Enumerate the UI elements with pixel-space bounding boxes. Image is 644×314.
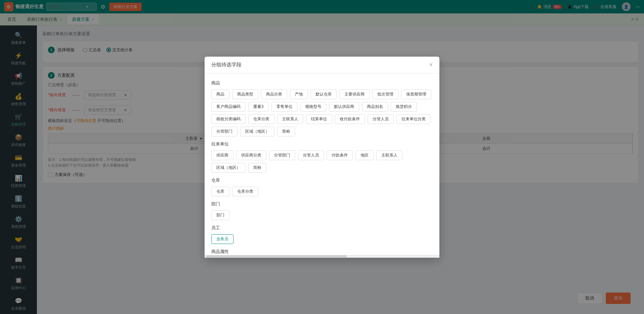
field-batch-mgmt[interactable]: 批次管理 xyxy=(372,89,398,99)
field-refine-points[interactable]: 炼货积分 xyxy=(391,102,417,112)
field-supervisor-dept[interactable]: 分管部门 xyxy=(211,127,237,136)
field-main-contact[interactable]: 主联系人 xyxy=(277,114,303,124)
field-customer-code[interactable]: 客户商品编码 xyxy=(211,102,246,112)
product-fields: 商品 商品类型 商品分类 产地 默认仓库 主要供应商 批次管理 保质期管理 客户… xyxy=(211,89,433,136)
field-selection-modal: 分组待选字段 × 商品 商品 商品类型 商品分类 产地 默认仓库 主要供应商 批… xyxy=(205,57,439,258)
field-product-category[interactable]: 商品分类 xyxy=(261,89,287,99)
employee-fields: 业务员 xyxy=(211,234,433,244)
section-title-dept: 部门 xyxy=(211,201,433,207)
modal-scroll-track[interactable] xyxy=(205,255,439,258)
field-dept-only[interactable]: 部门 xyxy=(211,210,229,220)
modal-title: 分组待选字段 xyxy=(211,62,241,68)
field-region[interactable]: 地区 xyxy=(356,150,374,160)
field-payment-cond[interactable]: 付款条件 xyxy=(327,150,353,160)
section-title-warehouse: 仓库 xyxy=(211,177,433,183)
field-settlement-unit[interactable]: 结算单位 xyxy=(306,114,332,124)
field-default-supplier[interactable]: 默认供应商 xyxy=(329,102,359,112)
field-supervisor[interactable]: 分管人员 xyxy=(368,114,394,124)
field-salesperson[interactable]: 业务员 xyxy=(211,234,233,244)
field-product-type[interactable]: 商品类型 xyxy=(232,89,258,99)
warehouse-fields: 仓库 仓库分类 xyxy=(211,187,433,196)
field-region-product[interactable]: 区域（地区） xyxy=(240,127,274,136)
field-weight3[interactable]: 重量3 xyxy=(248,102,269,112)
dept-fields: 部门 xyxy=(211,210,433,220)
modal-close-button[interactable]: × xyxy=(429,61,433,68)
field-main-contact-partner[interactable]: 主联系人 xyxy=(376,150,402,160)
field-short-name-partner[interactable]: 简称 xyxy=(248,163,266,173)
field-supplier-category[interactable]: 供应商分类 xyxy=(236,150,266,160)
partner-fields: 供应商 供应商分类 分管部门 分管人员 付款条件 地区 主联系人 区域（地区） … xyxy=(211,150,433,173)
field-region-partner[interactable]: 区域（地区） xyxy=(211,163,246,173)
modal-overlay[interactable]: 分组待选字段 × 商品 商品 商品类型 商品分类 产地 默认仓库 主要供应商 批… xyxy=(0,0,644,314)
field-product[interactable]: 商品 xyxy=(211,89,229,99)
modal-body: 商品 商品 商品类型 商品分类 产地 默认仓库 主要供应商 批次管理 保质期管理… xyxy=(205,73,439,255)
field-warehouse-category[interactable]: 仓库分类 xyxy=(248,114,274,124)
field-person[interactable]: 分管人员 xyxy=(298,150,324,160)
field-quality-mgmt[interactable]: 保质期管理 xyxy=(401,89,431,99)
field-origin[interactable]: 产地 xyxy=(290,89,308,99)
field-spec-model[interactable]: 规格型号 xyxy=(300,102,326,112)
field-payment-terms[interactable]: 收付款条件 xyxy=(335,114,365,124)
field-retail-unit[interactable]: 零售单位 xyxy=(271,102,298,112)
field-short-name[interactable]: 简称 xyxy=(277,127,295,136)
field-product-alias[interactable]: 商品别名 xyxy=(362,102,388,112)
field-tax-code[interactable]: 税收分类编码 xyxy=(211,114,246,124)
section-title-product-attr: 商品属性 xyxy=(211,249,433,255)
section-title-partner: 往来单位 xyxy=(211,141,433,147)
modal-header: 分组待选字段 × xyxy=(205,57,439,73)
field-main-supplier[interactable]: 主要供应商 xyxy=(339,89,370,99)
field-warehouse-cat[interactable]: 仓库分类 xyxy=(232,187,258,196)
horizontal-scrollbar-thumb[interactable] xyxy=(206,255,347,257)
section-title-product: 商品 xyxy=(211,80,433,86)
section-title-employee: 员工 xyxy=(211,225,433,231)
field-warehouse[interactable]: 仓库 xyxy=(211,187,229,196)
field-dept[interactable]: 分管部门 xyxy=(269,150,295,160)
field-supplier[interactable]: 供应商 xyxy=(211,150,233,160)
field-default-warehouse[interactable]: 默认仓库 xyxy=(311,89,337,99)
field-transaction-category[interactable]: 往来单位分类 xyxy=(396,114,431,124)
